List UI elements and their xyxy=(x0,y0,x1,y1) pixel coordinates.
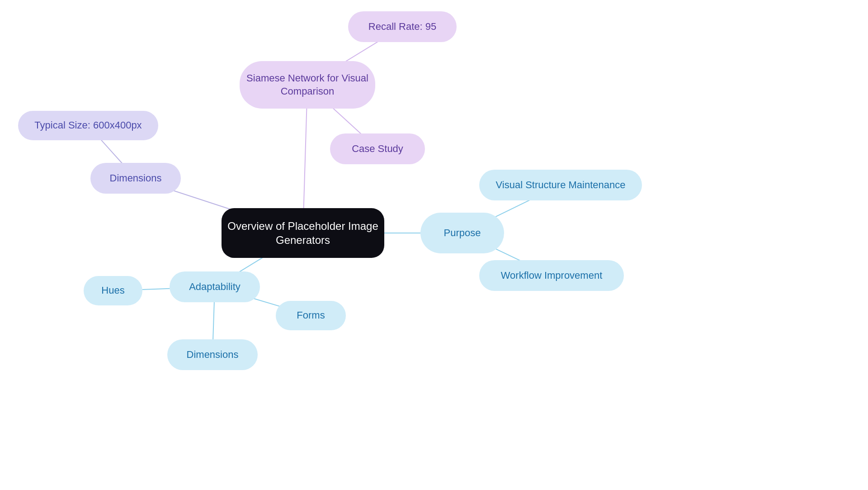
forms-node: Forms xyxy=(276,301,346,330)
dimensions-top-label: Dimensions xyxy=(105,172,166,185)
adaptability-label: Adaptability xyxy=(184,281,245,294)
svg-line-8 xyxy=(237,255,267,273)
center-node: Overview of Placeholder Image Generators xyxy=(222,208,384,258)
case-study-label: Case Study xyxy=(347,143,408,156)
dimensions-top-node: Dimensions xyxy=(90,163,181,194)
recall-rate-label: Recall Rate: 95 xyxy=(364,20,441,33)
purpose-label: Purpose xyxy=(439,227,486,240)
recall-rate-node: Recall Rate: 95 xyxy=(348,11,457,42)
siamese-label: Siamese Network for Visual Comparison xyxy=(240,72,375,98)
hues-node: Hues xyxy=(84,276,142,305)
dimensions-bottom-node: Dimensions xyxy=(167,339,258,370)
dimensions-bottom-label: Dimensions xyxy=(182,348,243,362)
svg-line-4 xyxy=(101,140,123,163)
svg-line-0 xyxy=(304,109,307,208)
typical-size-label: Typical Size: 600x400px xyxy=(30,119,146,132)
workflow-node: Workflow Improvement xyxy=(479,260,624,291)
siamese-node: Siamese Network for Visual Comparison xyxy=(240,61,375,109)
purpose-node: Purpose xyxy=(420,213,504,253)
svg-line-6 xyxy=(492,200,531,219)
forms-label: Forms xyxy=(292,309,329,322)
svg-line-9 xyxy=(142,289,170,290)
typical-size-node: Typical Size: 600x400px xyxy=(18,111,158,140)
case-study-node: Case Study xyxy=(330,133,425,164)
svg-line-7 xyxy=(492,247,522,261)
adaptability-node: Adaptability xyxy=(170,271,260,302)
hues-label: Hues xyxy=(97,284,129,297)
center-label: Overview of Placeholder Image Generators xyxy=(222,219,384,247)
visual-structure-label: Visual Structure Maintenance xyxy=(491,179,630,192)
svg-line-11 xyxy=(213,302,214,339)
svg-line-2 xyxy=(332,107,362,134)
workflow-label: Workflow Improvement xyxy=(496,269,607,282)
visual-structure-node: Visual Structure Maintenance xyxy=(479,170,642,200)
